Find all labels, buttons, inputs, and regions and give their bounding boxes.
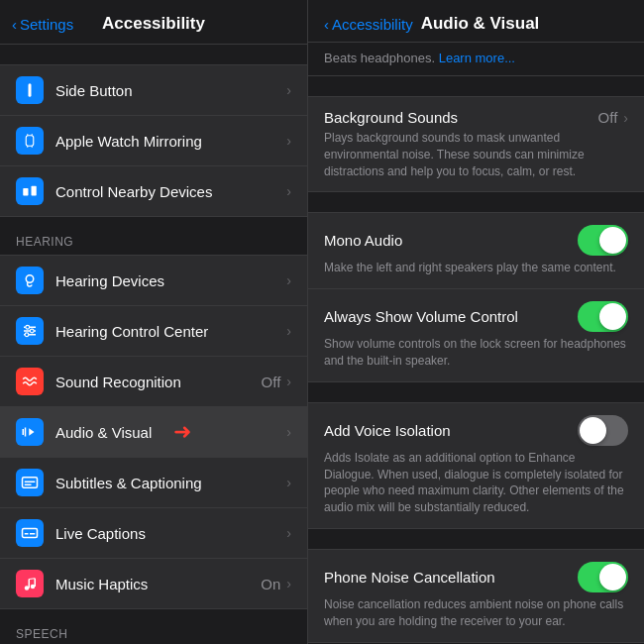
control-nearby-icon [16, 177, 44, 205]
svg-rect-1 [26, 136, 34, 147]
svg-rect-6 [23, 188, 28, 196]
voice-isolation-desc: Adds Isolate as an additional option to … [324, 450, 628, 516]
menu-item-live-captions[interactable]: Live Captions › [0, 508, 307, 559]
setting-voice-isolation: Add Voice Isolation Adds Isolate as an a… [308, 402, 644, 529]
setting-phone-noise: Phone Noise Cancellation Noise cancellat… [308, 549, 644, 643]
speech-section-label: SPEECH [0, 609, 307, 644]
volume-control-header: Always Show Volume Control [324, 301, 628, 332]
phone-noise-toggle[interactable] [578, 562, 628, 592]
music-haptics-value: On [261, 576, 280, 592]
menu-item-sound-recognition[interactable]: Sound Recognition Off › [0, 357, 307, 407]
live-captions-icon [16, 519, 44, 547]
bg-sounds-section: Background Sounds Off › Plays background… [308, 96, 644, 192]
back-label: Accessibility [332, 16, 413, 33]
mono-audio-knob [599, 227, 626, 254]
setting-always-show-volume: Always Show Volume Control Show volume c… [308, 289, 644, 382]
mono-audio-toggle[interactable] [578, 225, 628, 256]
volume-knob [599, 303, 626, 330]
phone-noise-knob [599, 564, 626, 590]
voice-isolation-knob [580, 417, 606, 444]
left-panel: ‹ Settings Accessibility Side Button › A… [0, 0, 307, 644]
chevron-icon: › [286, 272, 291, 288]
side-button-label: Side Button [55, 82, 286, 99]
chevron-icon: › [286, 82, 291, 98]
subtitles-icon [16, 469, 44, 496]
back-to-settings[interactable]: ‹ Settings [12, 16, 73, 33]
right-page-title: Audio & Visual [421, 14, 540, 34]
music-haptics-label: Music Haptics [55, 576, 261, 592]
chevron-icon: › [286, 525, 291, 541]
chevron-left-icon: ‹ [12, 16, 17, 33]
hearing-control-label: Hearing Control Center [55, 323, 286, 340]
chevron-icon: › [286, 183, 291, 199]
svg-point-13 [30, 329, 34, 333]
apple-watch-label: Apple Watch Mirroring [55, 133, 286, 150]
bg-sounds-desc: Plays background sounds to mask unwanted… [324, 130, 628, 179]
phone-noise-name: Phone Noise Cancellation [324, 569, 495, 586]
noise-cancel-section: Phone Noise Cancellation Noise cancellat… [308, 549, 644, 643]
voice-isolation-toggle[interactable] [578, 415, 628, 446]
menu-item-music-haptics[interactable]: Music Haptics On › [0, 559, 307, 609]
hearing-section-label: HEARING [0, 217, 307, 255]
live-captions-label: Live Captions [55, 525, 286, 542]
menu-item-hearing-control[interactable]: Hearing Control Center › [0, 306, 307, 357]
chevron-left-icon: ‹ [324, 16, 329, 33]
mono-audio-header: Mono Audio [324, 225, 628, 256]
hearing-devices-icon [16, 267, 44, 294]
mono-audio-section: Mono Audio Make the left and right speak… [308, 212, 644, 381]
volume-control-toggle[interactable] [578, 301, 628, 332]
music-haptics-icon [16, 570, 44, 597]
sound-recognition-label: Sound Recognition [55, 374, 262, 390]
mono-audio-name: Mono Audio [324, 232, 402, 249]
subtitles-label: Subtitles & Captioning [55, 475, 286, 491]
chevron-icon: › [286, 576, 291, 591]
back-to-accessibility[interactable]: ‹ Accessibility [324, 16, 413, 33]
right-header: ‹ Accessibility Audio & Visual [308, 0, 644, 43]
bg-sounds-value-chevron: Off › [598, 109, 628, 126]
mono-audio-desc: Make the left and right speakers play th… [324, 260, 628, 276]
audio-visual-icon [16, 418, 44, 446]
hearing-devices-label: Hearing Devices [55, 272, 286, 289]
back-label: Settings [20, 16, 73, 33]
svg-marker-15 [29, 428, 34, 436]
control-nearby-label: Control Nearby Devices [55, 183, 286, 200]
menu-item-control-nearby[interactable]: Control Nearby Devices › [0, 166, 307, 217]
voice-isolation-section: Add Voice Isolation Adds Isolate as an a… [308, 402, 644, 529]
apple-watch-icon [16, 127, 44, 155]
sound-recognition-value: Off [262, 374, 281, 390]
phone-noise-header: Phone Noise Cancellation [324, 562, 628, 592]
svg-line-28 [29, 579, 35, 580]
svg-rect-7 [32, 186, 37, 196]
chevron-icon: › [286, 374, 291, 389]
svg-point-14 [25, 333, 29, 337]
sound-recognition-icon [16, 368, 44, 395]
side-button-icon [16, 76, 44, 104]
volume-control-desc: Show volume controls on the lock screen … [324, 336, 628, 370]
menu-item-hearing-devices[interactable]: Hearing Devices › [0, 255, 307, 306]
menu-item-audio-visual[interactable]: Audio & Visual › ➜ [0, 407, 307, 458]
bg-sounds-name: Background Sounds [324, 109, 458, 126]
beats-line: Beats headphones. Learn more... [308, 43, 644, 76]
top-items-group: Side Button › Apple Watch Mirroring › Co… [0, 64, 307, 217]
right-panel: ‹ Accessibility Audio & Visual Beats hea… [307, 0, 644, 644]
svg-point-8 [26, 275, 34, 283]
menu-item-side-button[interactable]: Side Button › [0, 64, 307, 116]
chevron-icon: › [286, 475, 291, 490]
audio-visual-label: Audio & Visual [55, 424, 286, 441]
hearing-control-icon [16, 317, 44, 345]
setting-background-sounds[interactable]: Background Sounds Off › Plays background… [308, 96, 644, 192]
setting-mono-audio: Mono Audio Make the left and right speak… [308, 212, 644, 289]
beats-text: Beats headphones. [324, 51, 435, 65]
svg-rect-0 [29, 83, 32, 97]
bg-sounds-header: Background Sounds Off › [324, 109, 628, 126]
page-title: Accessibility [102, 14, 205, 34]
svg-point-12 [26, 325, 30, 329]
bg-sounds-value: Off [598, 109, 618, 126]
bg-sounds-chevron: › [623, 110, 628, 126]
phone-noise-desc: Noise cancellation reduces ambient noise… [324, 596, 628, 630]
menu-item-apple-watch[interactable]: Apple Watch Mirroring › [0, 116, 307, 166]
learn-more-link[interactable]: Learn more... [439, 51, 515, 65]
menu-item-subtitles[interactable]: Subtitles & Captioning › [0, 458, 307, 508]
volume-control-name: Always Show Volume Control [324, 308, 518, 325]
hearing-items-group: Hearing Devices › Hearing Control Center… [0, 255, 307, 609]
